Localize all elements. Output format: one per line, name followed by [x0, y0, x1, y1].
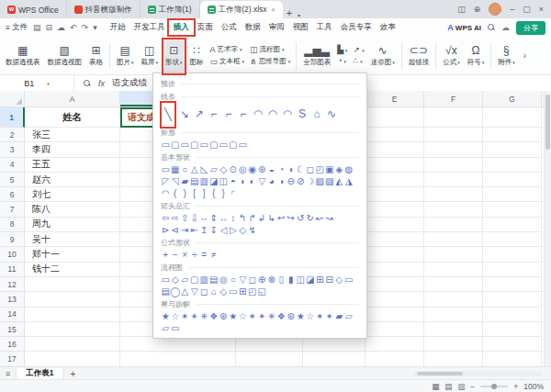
- shape-glyph[interactable]: ◑: [276, 175, 287, 186]
- cell-G10[interactable]: [483, 247, 542, 262]
- cell-B17[interactable]: [120, 352, 236, 366]
- ribbon-tab-插入[interactable]: 插入: [170, 20, 193, 35]
- shape-glyph[interactable]: ◎: [219, 274, 229, 285]
- shape-glyph[interactable]: ★: [161, 310, 171, 321]
- tab-menu-caret-icon[interactable]: ▾: [296, 12, 302, 18]
- ribbon-tab-会员专享[interactable]: 会员专享: [337, 20, 376, 35]
- shape-glyph[interactable]: ◻: [248, 274, 258, 285]
- shape-glyph[interactable]: ✳: [199, 310, 209, 321]
- row-header-6[interactable]: 6: [0, 187, 25, 202]
- document-tab[interactable]: 工作簿(1): [141, 1, 200, 18]
- picture-button[interactable]: ▤图片▾: [114, 39, 137, 73]
- shape-glyph[interactable]: ⇔: [199, 212, 209, 223]
- cell-A6[interactable]: 刘七: [25, 187, 120, 202]
- redo-icon[interactable]: ↷: [82, 23, 89, 32]
- shape-glyph[interactable]: ↻: [306, 212, 316, 223]
- cell-G8[interactable]: [483, 218, 542, 232]
- share-button[interactable]: 分享: [516, 21, 545, 35]
- cell-F9[interactable]: [424, 232, 483, 247]
- shape-glyph[interactable]: ✴: [190, 310, 200, 321]
- textbox-button[interactable]: ▭文本框▾: [210, 57, 245, 66]
- shape-glyph[interactable]: ◔: [276, 163, 287, 174]
- quickbar-caret-icon[interactable]: ▾: [93, 23, 97, 32]
- shape-glyph[interactable]: ▨: [325, 175, 335, 186]
- cell-E17[interactable]: [365, 352, 424, 366]
- shape-glyph[interactable]: ◠: [161, 187, 171, 198]
- line-chart-button[interactable]: ↗▾: [354, 46, 365, 54]
- annotated-line-shape[interactable]: ╲: [161, 103, 175, 125]
- shape-glyph[interactable]: ◭: [334, 175, 344, 186]
- shape-straight-line[interactable]: ╲: [161, 105, 175, 123]
- shape-glyph[interactable]: +: [161, 249, 171, 260]
- shape-glyph[interactable]: ▣: [325, 163, 335, 174]
- shape-glyph[interactable]: ↝: [325, 212, 335, 223]
- all-charts-button[interactable]: ▂▅▃全部图表: [300, 39, 333, 73]
- view-pagelayout-icon[interactable]: ▤: [444, 382, 452, 391]
- cell-A2[interactable]: 张三: [25, 128, 120, 142]
- cloud-sync-icon[interactable]: ☁: [57, 23, 65, 32]
- minimize-icon[interactable]: –: [510, 6, 514, 14]
- shape-glyph[interactable]: ◱: [257, 286, 267, 297]
- shape-glyph[interactable]: ⌐: [236, 105, 251, 123]
- cell-F8[interactable]: [424, 218, 483, 232]
- cell-F4[interactable]: [424, 158, 483, 173]
- cell-F13[interactable]: [424, 292, 483, 307]
- cell-F17[interactable]: [424, 352, 483, 366]
- shape-glyph[interactable]: ▱: [180, 274, 190, 285]
- shape-glyph[interactable]: ⊙: [229, 163, 239, 174]
- cell-G17[interactable]: [483, 352, 542, 366]
- cell-E10[interactable]: [365, 247, 424, 262]
- shape-glyph[interactable]: ▢: [171, 139, 181, 150]
- cell-F3[interactable]: [424, 142, 483, 157]
- row-header-2[interactable]: 2: [0, 128, 25, 142]
- horizontal-scrollbar[interactable]: [413, 371, 542, 376]
- shape-glyph[interactable]: ⊘: [296, 175, 306, 186]
- formula-content[interactable]: 语文成绩: [112, 77, 147, 89]
- view-normal-icon[interactable]: ▦: [432, 382, 439, 391]
- shape-glyph[interactable]: ◠: [251, 105, 265, 123]
- shape-glyph[interactable]: ○: [180, 163, 190, 174]
- maximize-icon[interactable]: ▢: [523, 6, 531, 14]
- ribbon-tab-效率[interactable]: 效率: [377, 20, 399, 35]
- shape-glyph[interactable]: ⌂: [309, 105, 324, 123]
- shape-glyph[interactable]: ▭: [238, 139, 248, 150]
- shape-glyph[interactable]: ⊞: [238, 286, 248, 297]
- shape-glyph[interactable]: ↜: [315, 212, 325, 223]
- shape-glyph[interactable]: ▭: [199, 139, 209, 150]
- shape-glyph[interactable]: ⊛: [257, 163, 267, 174]
- shape-glyph[interactable]: ↲: [257, 212, 267, 223]
- row-header-1[interactable]: 1: [0, 107, 25, 128]
- hyperlink-button[interactable]: ⊂⊃超链接: [406, 39, 433, 73]
- cell-A5[interactable]: 赵六: [25, 173, 120, 187]
- shape-glyph[interactable]: ◠: [280, 105, 295, 123]
- shape-glyph[interactable]: ✴: [325, 310, 335, 321]
- name-box-caret-icon[interactable]: ▾: [47, 81, 50, 86]
- cell-C17[interactable]: [236, 352, 303, 366]
- shape-glyph[interactable]: ↺: [296, 212, 306, 223]
- shape-glyph[interactable]: ↘: [177, 105, 192, 123]
- shape-glyph[interactable]: −: [171, 249, 181, 260]
- shape-glyph[interactable]: ☆: [238, 310, 248, 321]
- shape-glyph[interactable]: ▤: [190, 175, 200, 186]
- shape-glyph[interactable]: ✶: [315, 310, 325, 321]
- shape-glyph[interactable]: ☾: [296, 163, 306, 174]
- cell-A10[interactable]: 郑十一: [25, 247, 120, 262]
- row-header-12[interactable]: 12: [0, 277, 25, 292]
- cell-B16[interactable]: [120, 337, 236, 352]
- cell-G11[interactable]: [483, 263, 542, 277]
- row-header-10[interactable]: 10: [0, 247, 25, 262]
- cell-E1[interactable]: [365, 107, 424, 128]
- attachment-button[interactable]: §附件▾: [495, 39, 518, 73]
- shape-glyph[interactable]: ≠: [209, 249, 219, 260]
- column-header-G[interactable]: G: [483, 91, 542, 106]
- file-menu[interactable]: ≡ 文件: [6, 22, 28, 33]
- shape-glyph[interactable]: ◠: [265, 105, 280, 123]
- cell-E9[interactable]: [365, 232, 424, 247]
- shape-glyph[interactable]: ↳: [267, 212, 277, 223]
- shape-glyph[interactable]: ⇧: [180, 212, 190, 223]
- row-header-9[interactable]: 9: [0, 232, 25, 247]
- document-tab[interactable]: 工作簿(2).xlsx×: [200, 1, 283, 18]
- cell-G4[interactable]: [483, 158, 542, 173]
- cell-G6[interactable]: [483, 187, 542, 202]
- shape-glyph[interactable]: ◎: [238, 163, 248, 174]
